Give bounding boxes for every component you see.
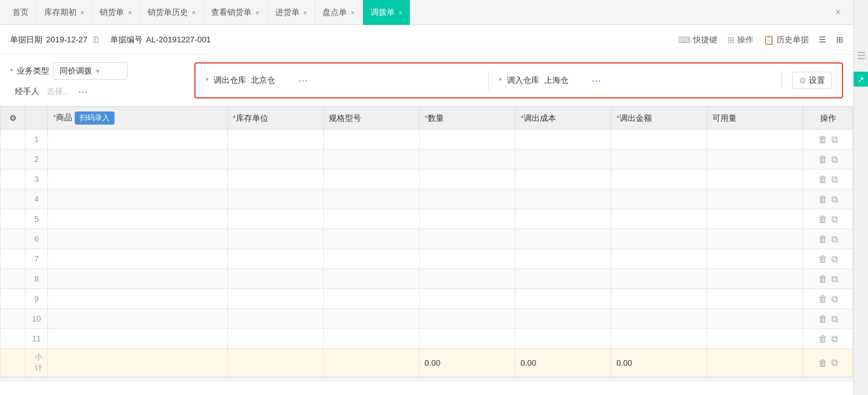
row-qty-10[interactable] <box>419 309 515 329</box>
copy-icon-9[interactable]: ⧉ <box>831 293 838 305</box>
row-cost-6[interactable] <box>515 229 611 249</box>
row-qty-11[interactable] <box>419 329 515 349</box>
operation-button[interactable]: ⊞ 操作 <box>727 34 753 45</box>
row-available-2[interactable] <box>707 150 803 169</box>
row-unit-9[interactable] <box>227 289 323 309</box>
copy-icon-11[interactable]: ⧉ <box>831 333 838 345</box>
row-product-3[interactable] <box>48 169 228 189</box>
row-qty-4[interactable] <box>419 189 515 209</box>
row-spec-1[interactable] <box>323 130 419 150</box>
delete-icon-11[interactable]: 🗑 <box>818 333 828 344</box>
row-cost-5[interactable] <box>515 209 611 229</box>
sidebar-list-icon[interactable]: ☰ <box>857 50 866 62</box>
copy-icon-7[interactable]: ⧉ <box>831 254 838 265</box>
sidebar-expand-icon[interactable]: ↗ <box>854 72 869 87</box>
row-unit-8[interactable] <box>227 269 323 289</box>
row-available-7[interactable] <box>707 249 803 269</box>
settings-button[interactable]: ⚙ 设置 <box>792 72 832 89</box>
row-product-7[interactable] <box>48 249 228 269</box>
delete-icon-8[interactable]: 🗑 <box>818 274 828 284</box>
date-value[interactable]: 2019-12-27 <box>46 35 88 44</box>
row-cost-10[interactable] <box>515 309 611 329</box>
delete-icon-9[interactable]: 🗑 <box>818 293 828 304</box>
row-available-3[interactable] <box>707 169 803 189</box>
copy-icon-8[interactable]: ⧉ <box>831 274 838 285</box>
tab-purchase[interactable]: 进货单 × <box>268 0 315 25</box>
row-amount-10[interactable] <box>611 309 707 329</box>
row-qty-3[interactable] <box>419 169 515 189</box>
copy-icon-2[interactable]: ⧉ <box>831 154 838 165</box>
tab-sales-history-close[interactable]: × <box>192 9 196 16</box>
row-cost-7[interactable] <box>515 249 611 269</box>
row-available-6[interactable] <box>707 229 803 249</box>
copy-icon-10[interactable]: ⧉ <box>831 313 838 325</box>
row-product-6[interactable] <box>48 229 228 249</box>
row-cost-8[interactable] <box>515 269 611 289</box>
row-product-1[interactable] <box>48 130 228 150</box>
horizontal-scrollbar[interactable] <box>0 377 853 382</box>
row-spec-5[interactable] <box>323 209 419 229</box>
tab-view-sales-close[interactable]: × <box>255 9 259 16</box>
copy-icon-6[interactable]: ⧉ <box>831 234 838 245</box>
row-available-5[interactable] <box>707 209 803 229</box>
delete-icon-6[interactable]: 🗑 <box>818 234 828 244</box>
row-amount-11[interactable] <box>611 329 707 349</box>
row-spec-8[interactable] <box>323 269 419 289</box>
row-amount-5[interactable] <box>611 209 707 229</box>
row-cost-3[interactable] <box>515 169 611 189</box>
row-qty-5[interactable] <box>419 209 515 229</box>
copy-icon-3[interactable]: ⧉ <box>831 174 838 185</box>
tab-transfer-close[interactable]: × <box>399 9 402 16</box>
row-qty-9[interactable] <box>419 289 515 309</box>
row-product-5[interactable] <box>48 209 228 229</box>
row-product-2[interactable] <box>48 150 228 169</box>
row-spec-7[interactable] <box>323 249 419 269</box>
row-unit-6[interactable] <box>227 229 323 249</box>
row-product-4[interactable] <box>48 189 228 209</box>
row-unit-10[interactable] <box>227 309 323 329</box>
tab-sales-history[interactable]: 销货单历史 × <box>140 0 204 25</box>
transfer-in-more-icon[interactable]: ··· <box>592 75 601 86</box>
business-type-dropdown[interactable]: 同价调拨 ▼ <box>53 62 128 80</box>
transfer-out-more-icon[interactable]: ··· <box>298 75 308 86</box>
col-gear[interactable]: ⚙ <box>1 107 26 130</box>
tab-transfer[interactable]: 调拨单 × <box>363 0 410 25</box>
delete-icon-10[interactable]: 🗑 <box>818 313 828 324</box>
row-amount-9[interactable] <box>611 289 707 309</box>
copy-icon-5[interactable]: ⧉ <box>831 214 838 225</box>
delete-icon-1[interactable]: 🗑 <box>818 134 828 145</box>
row-qty-7[interactable] <box>419 249 515 269</box>
row-amount-1[interactable] <box>611 130 707 150</box>
row-spec-2[interactable] <box>323 150 419 169</box>
row-cost-9[interactable] <box>515 289 611 309</box>
row-unit-2[interactable] <box>227 150 323 169</box>
transfer-out-value[interactable]: 北京仓 <box>251 75 288 86</box>
row-unit-5[interactable] <box>227 209 323 229</box>
row-qty-6[interactable] <box>419 229 515 249</box>
calendar-icon[interactable]: 🗓 <box>92 35 100 45</box>
row-cost-11[interactable] <box>515 329 611 349</box>
list-view-button[interactable]: ☰ <box>819 35 826 44</box>
tab-inventory-init-close[interactable]: × <box>80 9 84 16</box>
scan-button[interactable]: 扫码录入 <box>75 112 115 125</box>
shortcut-button[interactable]: ⌨ 快捷键 <box>678 34 717 45</box>
row-qty-2[interactable] <box>419 150 515 169</box>
copy-icon-4[interactable]: ⧉ <box>831 194 838 205</box>
row-unit-1[interactable] <box>227 130 323 150</box>
subtotal-copy-icon[interactable]: ⧉ <box>831 357 838 368</box>
handler-more-icon[interactable]: ··· <box>78 86 88 97</box>
tab-sales-order[interactable]: 销货单 × <box>92 0 139 25</box>
row-product-9[interactable] <box>48 289 228 309</box>
delete-icon-5[interactable]: 🗑 <box>818 214 828 224</box>
row-cost-1[interactable] <box>515 130 611 150</box>
tab-purchase-close[interactable]: × <box>303 9 307 16</box>
row-cost-4[interactable] <box>515 189 611 209</box>
history-button[interactable]: 📋 历史单据 <box>763 34 809 45</box>
grid-view-button[interactable]: ⊞ <box>836 35 843 44</box>
row-product-11[interactable] <box>48 329 228 349</box>
row-available-11[interactable] <box>707 329 803 349</box>
tab-stocktake[interactable]: 盘点单 × <box>315 0 362 25</box>
row-qty-8[interactable] <box>419 269 515 289</box>
row-available-9[interactable] <box>707 289 803 309</box>
row-spec-3[interactable] <box>323 169 419 189</box>
